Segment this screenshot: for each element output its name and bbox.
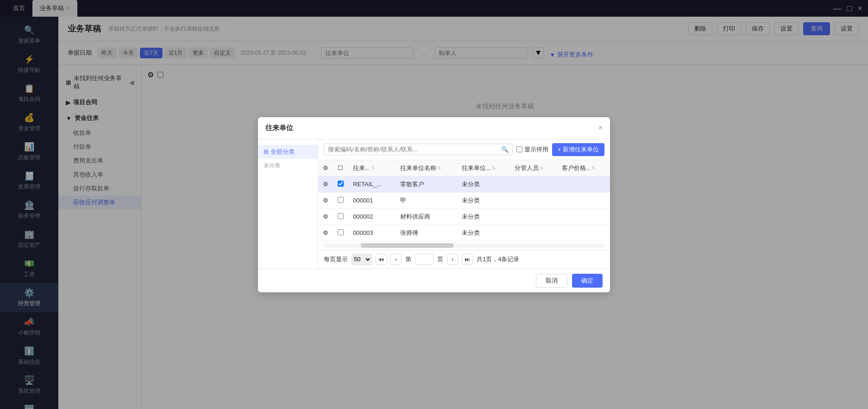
row-settings[interactable]: ⚙	[318, 208, 333, 225]
show-disabled-checkbox-group[interactable]: 显示停用	[516, 145, 548, 154]
col-settings[interactable]: ⚙	[318, 160, 333, 176]
row-price-level	[557, 225, 610, 241]
row-price-level	[557, 192, 610, 208]
page-label: 第	[405, 255, 411, 264]
row-price-level	[557, 176, 610, 192]
partner-unit-modal: 往来单位 × ⊞ 全部分类 未分类 🔍	[258, 117, 610, 292]
first-page-button[interactable]: ⏮	[376, 254, 387, 265]
row-code: 000001	[348, 192, 396, 208]
scrollbar-thumb[interactable]	[361, 243, 453, 248]
modal-close-button[interactable]: ×	[598, 124, 603, 132]
show-disabled-checkbox[interactable]	[516, 146, 522, 152]
table-row[interactable]: ⚙ 000002 材料供应商 未分类	[318, 208, 610, 225]
show-disabled-label: 显示停用	[524, 145, 548, 154]
col-price-level: 客户价格... ⇅	[557, 160, 610, 176]
modal-uncategorized-label: 未分类	[258, 159, 318, 172]
modal-toolbar: 🔍 显示停用 + 新增往来单位	[318, 139, 610, 160]
per-page-select[interactable]: 50 100	[352, 254, 372, 265]
row-name: 甲	[396, 192, 457, 208]
modal-sidebar: ⊞ 全部分类 未分类	[258, 139, 318, 269]
row-checkbox[interactable]	[333, 208, 348, 225]
new-partner-button[interactable]: + 新增往来单位	[552, 143, 604, 156]
cancel-button[interactable]: 取消	[536, 274, 567, 288]
row-price-level	[557, 208, 610, 225]
row-code: 000002	[348, 208, 396, 225]
modal-title: 往来单位	[265, 124, 293, 132]
search-box[interactable]: 🔍	[324, 144, 513, 155]
row-category: 未分类	[457, 208, 510, 225]
row-checkbox[interactable]	[333, 176, 348, 192]
page-number-input[interactable]: 1	[415, 254, 434, 265]
page-unit: 页	[437, 255, 443, 264]
modal-table: ⚙ ☐ 往来... ⇅ 往来单位名称 ⇅ 往来单位... ⇅	[318, 160, 610, 241]
horizontal-scrollbar[interactable]	[324, 243, 604, 248]
row-code: RETAIL_...	[348, 176, 396, 192]
search-icon: 🔍	[501, 146, 509, 153]
row-category: 未分类	[457, 192, 510, 208]
row-name: 零散客户	[396, 176, 457, 192]
col-category: 往来单位... ⇅	[457, 160, 510, 176]
next-page-button[interactable]: ›	[447, 254, 458, 265]
row-manager	[510, 225, 557, 241]
last-page-button[interactable]: ⏭	[462, 254, 473, 265]
modal-pagination: 每页显示 50 100 ⏮ ‹ 第 1 页 › ⏭ 共1页，4条记录	[318, 250, 610, 269]
row-name: 材料供应商	[396, 208, 457, 225]
row-manager	[510, 176, 557, 192]
row-settings[interactable]: ⚙	[318, 192, 333, 208]
row-checkbox[interactable]	[333, 225, 348, 241]
table-row[interactable]: ⚙ RETAIL_... 零散客户 未分类	[318, 176, 610, 192]
table-row[interactable]: ⚙ 000001 甲 未分类	[318, 192, 610, 208]
row-category: 未分类	[457, 176, 510, 192]
row-name: 张师傅	[396, 225, 457, 241]
col-code: 往来... ⇅	[348, 160, 396, 176]
per-page-label: 每页显示	[324, 255, 348, 264]
row-settings[interactable]: ⚙	[318, 176, 333, 192]
search-input[interactable]	[328, 146, 499, 153]
col-name: 往来单位名称 ⇅	[396, 160, 457, 176]
modal-content: 🔍 显示停用 + 新增往来单位 ⚙ ☐	[318, 139, 610, 269]
modal-actions: 取消 确定	[258, 269, 610, 292]
modal-body: ⊞ 全部分类 未分类 🔍 显示停用 + 新增往来单位	[258, 139, 610, 269]
row-category: 未分类	[457, 225, 510, 241]
row-manager	[510, 208, 557, 225]
confirm-button[interactable]: 确定	[572, 274, 603, 288]
total-info: 共1页，4条记录	[477, 255, 519, 264]
col-manager: 分管人员 ⇅	[510, 160, 557, 176]
row-manager	[510, 192, 557, 208]
row-checkbox[interactable]	[333, 192, 348, 208]
modal-header: 往来单位 ×	[258, 117, 610, 139]
table-row[interactable]: ⚙ 000003 张师傅 未分类	[318, 225, 610, 241]
col-checkbox[interactable]: ☐	[333, 160, 348, 176]
modal-overlay: 往来单位 × ⊞ 全部分类 未分类 🔍	[0, 0, 868, 409]
modal-all-categories[interactable]: ⊞ 全部分类	[258, 145, 318, 159]
row-code: 000003	[348, 225, 396, 241]
row-settings[interactable]: ⚙	[318, 225, 333, 241]
prev-page-button[interactable]: ‹	[390, 254, 402, 265]
